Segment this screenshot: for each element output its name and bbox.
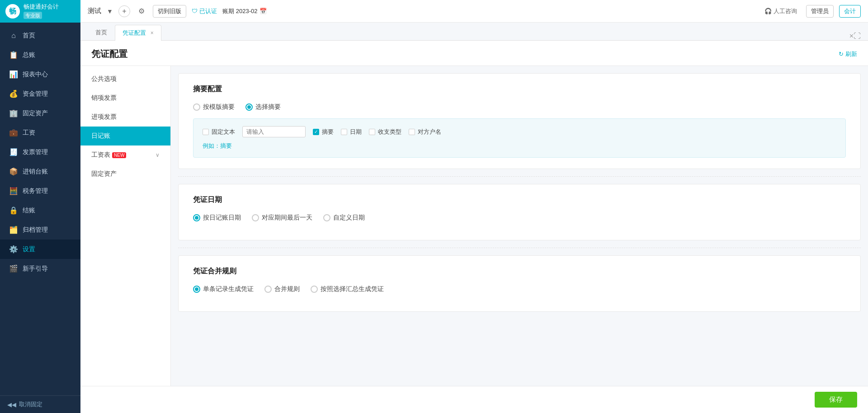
window-close-button[interactable]: ×	[849, 32, 854, 40]
settings-button[interactable]: ⚙	[136, 5, 147, 17]
user-button[interactable]: 管理员	[806, 5, 834, 18]
assets-icon: 🏢	[9, 109, 18, 117]
checkbox-box-fixed-text	[203, 129, 209, 135]
fixed-text-input[interactable]	[242, 126, 306, 137]
add-company-button[interactable]: +	[118, 5, 130, 17]
radio-merge-rule[interactable]: 合并规则	[264, 285, 300, 293]
radio-journal-date[interactable]: 按日记账日期	[193, 214, 241, 222]
nav-item-purchase-invoice[interactable]: 进项发票	[80, 108, 170, 127]
page-header: 凭证配置 ↻ 刷新	[80, 41, 868, 66]
radio-single-record[interactable]: 单条记录生成凭证	[193, 285, 254, 293]
certified-status: 🛡 已认证	[192, 7, 217, 15]
sidebar: 畅 畅捷通好会计 专业版 ⌂ 首页 📋 总账 📊 报表中心 💰 资金管理	[0, 0, 80, 413]
voucher-merge-radio-group: 单条记录生成凭证 合并规则 按照选择汇总生成凭证	[193, 285, 846, 293]
company-name: 测试	[88, 7, 101, 15]
summary-example: 例如：摘要	[203, 142, 836, 150]
tax-icon: 🧮	[9, 187, 18, 195]
sidebar-item-closing[interactable]: 🔒 结账	[0, 201, 80, 220]
sidebar-item-tax[interactable]: 🧮 税务管理	[0, 181, 80, 201]
right-content: 摘要配置 按模版摘要 选择摘要	[171, 66, 868, 413]
chevron-down-icon: ∨	[156, 152, 160, 158]
checkbox-date[interactable]: 日期	[341, 128, 362, 136]
closing-icon: 🔒	[9, 206, 18, 215]
ledger-icon: 📋	[9, 51, 18, 59]
nav-item-fixed-assets[interactable]: 固定资产	[80, 164, 170, 183]
radio-circle-journal-date	[193, 214, 200, 221]
left-nav: 公共选项 销项发票 进项发票 日记账 工资表 NEW ∨	[80, 66, 171, 413]
company-dropdown-icon[interactable]: ▼	[107, 8, 113, 15]
tab-close-icon[interactable]: ×	[151, 30, 154, 36]
nav-item-journal[interactable]: 日记账	[80, 127, 170, 145]
refresh-button[interactable]: ↻ 刷新	[839, 50, 857, 58]
guide-icon: 🎬	[9, 264, 18, 273]
sidebar-item-ledger[interactable]: 📋 总账	[0, 45, 80, 65]
radio-circle-custom-date	[323, 214, 330, 221]
summary-config-box: 固定文本 ✓ 摘要 日期	[193, 118, 846, 158]
inner-layout: 公共选项 销项发票 进项发票 日记账 工资表 NEW ∨	[80, 66, 868, 413]
bottom-bar: 保存	[80, 386, 868, 413]
radio-template[interactable]: 按模版摘要	[193, 103, 235, 111]
sidebar-nav: ⌂ 首页 📋 总账 📊 报表中心 💰 资金管理 🏢 固定资产 💼 工资	[0, 23, 80, 395]
checkbox-box-income-expense	[369, 129, 375, 135]
sidebar-item-archive[interactable]: 🗂️ 归档管理	[0, 220, 80, 239]
tab-home[interactable]: 首页	[88, 24, 115, 40]
summary-config-row: 固定文本 ✓ 摘要 日期	[203, 126, 836, 137]
checkbox-income-expense[interactable]: 收支类型	[369, 128, 401, 136]
sidebar-item-invoice[interactable]: 🧾 发票管理	[0, 142, 80, 162]
voucher-merge-title: 凭证合并规则	[193, 267, 846, 276]
service-button[interactable]: 🎧 人工咨询	[764, 7, 797, 15]
reports-icon: 📊	[9, 70, 18, 79]
gear-icon: ⚙	[138, 7, 145, 15]
radio-circle-period-last	[252, 214, 259, 221]
tabbar: 首页 凭证配置 × × ⛶	[80, 23, 868, 41]
nav-item-public[interactable]: 公共选项	[80, 70, 170, 89]
radio-summary-generate[interactable]: 按照选择汇总生成凭证	[311, 285, 384, 293]
checkbox-summary[interactable]: ✓ 摘要	[313, 128, 334, 136]
divider-2	[178, 248, 861, 248]
checkbox-box-date	[341, 129, 347, 135]
summary-config-section: 摘要配置 按模版摘要 选择摘要	[178, 73, 861, 169]
voucher-date-radio-group: 按日记账日期 对应期间最后一天 自定义日期	[193, 214, 846, 222]
shield-icon: 🛡	[192, 8, 198, 14]
nav-item-payroll-table[interactable]: 工资表 NEW ∨	[80, 145, 170, 164]
sidebar-item-purchase-sales[interactable]: 📦 进销台账	[0, 162, 80, 181]
checkbox-counterpart[interactable]: 对方户名	[409, 128, 441, 136]
sidebar-item-guide[interactable]: 🎬 新手引导	[0, 259, 80, 278]
sidebar-item-home[interactable]: ⌂ 首页	[0, 26, 80, 45]
checkbox-box-summary: ✓	[313, 129, 319, 135]
home-icon: ⌂	[9, 32, 18, 40]
tab-voucher-config[interactable]: 凭证配置 ×	[115, 25, 161, 41]
calendar-icon[interactable]: 📅	[259, 8, 267, 14]
switch-old-version-button[interactable]: 切到旧版	[153, 5, 186, 18]
headset-icon: 🎧	[764, 8, 772, 14]
radio-circle-summary-generate	[311, 286, 318, 293]
settings-icon: ⚙️	[9, 245, 18, 253]
sidebar-item-assets[interactable]: 🏢 固定资产	[0, 103, 80, 123]
summary-config-title: 摘要配置	[193, 84, 846, 94]
main-area: 测试 ▼ + ⚙ 切到旧版 🛡 已认证 账期 2023-02 📅 🎧 人工咨询	[80, 0, 868, 413]
sidebar-item-settings[interactable]: ⚙️ 设置	[0, 239, 80, 259]
sidebar-item-capital[interactable]: 💰 资金管理	[0, 84, 80, 103]
voucher-date-title: 凭证日期	[193, 195, 846, 205]
payroll-icon: 💼	[9, 128, 18, 137]
role-button[interactable]: 会计	[839, 5, 861, 18]
cancel-fixed-button[interactable]: ◀◀ 取消固定	[0, 395, 80, 413]
radio-select[interactable]: 选择摘要	[245, 103, 281, 111]
radio-circle-single-record	[193, 286, 200, 293]
refresh-icon: ↻	[839, 51, 844, 57]
add-icon: +	[122, 7, 126, 15]
save-button[interactable]: 保存	[815, 392, 857, 408]
pin-icon: ◀◀	[7, 401, 16, 408]
nav-item-sales-invoice[interactable]: 销项发票	[80, 89, 170, 108]
sidebar-item-reports[interactable]: 📊 报表中心	[0, 65, 80, 84]
voucher-date-section: 凭证日期 按日记账日期 对应期间最后一天	[178, 184, 861, 240]
radio-period-last[interactable]: 对应期间最后一天	[252, 214, 312, 222]
window-expand-button[interactable]: ⛶	[854, 32, 861, 40]
checkbox-fixed-text[interactable]: 固定文本	[203, 128, 235, 136]
logo-icon: 畅	[5, 4, 20, 19]
radio-circle-merge-rule	[264, 286, 272, 293]
logo-text: 畅捷通好会计 专业版	[24, 3, 59, 19]
sidebar-item-payroll[interactable]: 💼 工资	[0, 123, 80, 142]
radio-custom-date[interactable]: 自定义日期	[323, 214, 365, 222]
archive-icon: 🗂️	[9, 225, 18, 234]
